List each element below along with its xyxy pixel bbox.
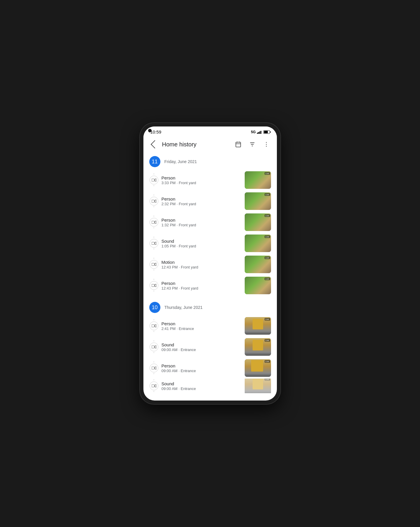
more-options-button[interactable] <box>260 138 272 150</box>
event-info: Person 2:32 PM · Front yard <box>162 196 242 206</box>
event-icon <box>150 260 158 269</box>
date-badge-10: 10 <box>149 302 160 313</box>
event-icon <box>150 343 158 351</box>
event-item[interactable]: Person 3:33 PM · Front yard <box>148 170 272 191</box>
video-camera-icon <box>152 242 156 245</box>
event-meta: 09:00 AM · Entrance <box>162 348 242 352</box>
event-type: Person <box>162 175 242 180</box>
event-thumbnail[interactable] <box>245 235 271 252</box>
date-section-10: 10 Thursday, June 2021 <box>143 298 277 393</box>
video-camera-icon <box>152 324 156 328</box>
svg-marker-23 <box>155 324 156 327</box>
event-type: Person <box>162 196 242 201</box>
event-item[interactable]: Person 1:32 PM · Front yard <box>148 212 272 233</box>
svg-marker-25 <box>155 345 156 348</box>
event-thumbnail[interactable] <box>245 213 271 231</box>
svg-marker-27 <box>155 367 156 369</box>
filter-icon <box>249 141 256 148</box>
app-bar: Home history <box>143 136 277 153</box>
svg-rect-28 <box>152 385 155 387</box>
svg-rect-24 <box>152 346 155 348</box>
event-item[interactable]: Person 2:32 PM · Front yard <box>148 191 272 212</box>
event-type: Person <box>162 363 242 368</box>
scroll-content[interactable]: 11 Friday, June 2021 <box>143 153 277 401</box>
svg-marker-17 <box>155 242 156 245</box>
event-timeline <box>149 176 159 184</box>
video-camera-icon <box>152 384 156 388</box>
event-icon <box>150 381 158 390</box>
event-icon <box>150 281 158 290</box>
event-timeline <box>149 218 159 227</box>
event-timeline <box>149 239 159 248</box>
event-thumbnail[interactable] <box>245 338 271 356</box>
calendar-button[interactable] <box>232 138 244 150</box>
event-thumbnail[interactable] <box>245 359 271 377</box>
event-icon <box>150 176 158 184</box>
event-item[interactable]: Sound 1:05 PM · Front yard <box>148 233 272 254</box>
svg-marker-29 <box>155 384 156 387</box>
event-timeline <box>149 197 159 206</box>
video-camera-icon <box>152 345 156 349</box>
event-thumbnail[interactable] <box>245 317 271 335</box>
event-item[interactable]: Motion 12:43 PM · Front yard <box>148 254 272 275</box>
event-type: Sound <box>162 381 242 386</box>
svg-marker-11 <box>155 179 156 182</box>
event-thumbnail[interactable] <box>245 277 271 294</box>
event-icon <box>150 239 158 248</box>
svg-rect-14 <box>152 221 155 223</box>
event-meta: 12:43 PM · Front yard <box>162 265 242 269</box>
event-meta: 09:00 AM · Entrance <box>162 386 242 391</box>
event-timeline <box>149 364 159 372</box>
event-meta: 1:32 PM · Front yard <box>162 223 242 227</box>
event-meta: 12:43 PM · Front yard <box>162 286 242 290</box>
date-badge-11: 11 <box>149 156 160 167</box>
event-timeline <box>149 321 159 330</box>
svg-rect-16 <box>152 242 155 244</box>
event-meta: 09:00 AM · Entrance <box>162 369 242 373</box>
event-timeline <box>149 260 159 269</box>
event-item[interactable]: Sound 09:00 AM · Entrance <box>148 379 272 393</box>
signal-icon <box>257 130 262 134</box>
svg-rect-12 <box>152 200 155 202</box>
date-label-10: Thursday, June 2021 <box>164 305 203 310</box>
back-button[interactable] <box>148 138 160 150</box>
event-item[interactable]: Person 2:41 PM · Entrance <box>148 315 272 336</box>
event-thumbnail[interactable] <box>245 256 271 273</box>
battery-icon <box>263 130 270 134</box>
event-meta: 2:32 PM · Front yard <box>162 202 242 206</box>
svg-rect-22 <box>152 325 155 327</box>
event-type: Person <box>162 321 242 326</box>
back-arrow-icon <box>150 140 159 148</box>
date-label-11: Friday, June 2021 <box>164 159 197 164</box>
event-thumbnail[interactable] <box>245 171 271 189</box>
event-info: Sound 09:00 AM · Entrance <box>162 381 242 391</box>
svg-point-8 <box>266 144 267 145</box>
filter-button[interactable] <box>246 138 258 150</box>
svg-marker-21 <box>155 284 156 287</box>
svg-rect-18 <box>152 263 155 266</box>
camera-dot <box>148 129 152 132</box>
svg-point-7 <box>266 142 267 143</box>
event-timeline <box>149 381 159 390</box>
event-thumbnail[interactable] <box>245 192 271 210</box>
event-icon <box>150 321 158 330</box>
event-meta: 3:33 PM · Front yard <box>162 181 242 185</box>
svg-rect-26 <box>152 367 155 369</box>
status-bar: 10:59 5G <box>143 126 277 136</box>
svg-marker-19 <box>155 263 156 266</box>
event-thumbnail[interactable] <box>245 379 271 393</box>
event-info: Person 12:43 PM · Front yard <box>162 281 242 290</box>
svg-marker-15 <box>155 221 156 224</box>
event-info: Person 3:33 PM · Front yard <box>162 175 242 185</box>
event-item[interactable]: Person 09:00 AM · Entrance <box>148 357 272 379</box>
event-info: Sound 09:00 AM · Entrance <box>162 342 242 352</box>
svg-rect-0 <box>236 142 241 147</box>
svg-point-9 <box>266 146 267 147</box>
video-camera-icon <box>152 366 156 370</box>
events-list-11: Person 3:33 PM · Front yard <box>143 170 277 296</box>
event-item[interactable]: Person 12:43 PM · Front yard <box>148 275 272 296</box>
event-item[interactable]: Sound 09:00 AM · Entrance <box>148 336 272 357</box>
event-info: Person 09:00 AM · Entrance <box>162 363 242 373</box>
event-type: Person <box>162 281 242 286</box>
event-info: Motion 12:43 PM · Front yard <box>162 260 242 269</box>
